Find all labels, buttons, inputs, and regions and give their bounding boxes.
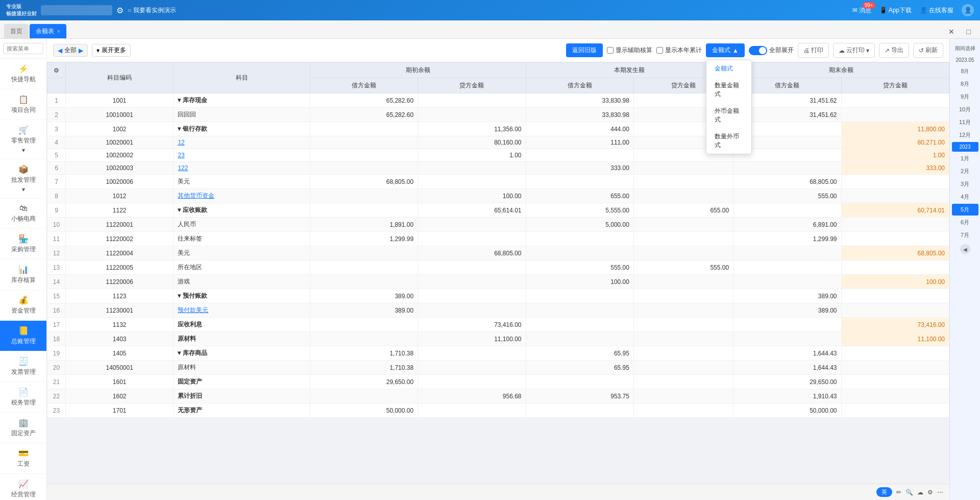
period-jun[interactable]: 6月: [952, 217, 978, 228]
table-row: 1411220006游戏100.00100.00: [47, 275, 949, 289]
bottom-icon-5[interactable]: ⋯: [937, 489, 943, 496]
panel-collapse-button[interactable]: ◀: [960, 244, 970, 254]
period-jan[interactable]: 1月: [952, 153, 978, 164]
row-number: 11: [47, 232, 66, 246]
dropdown-item-foreign-amount[interactable]: 外币金额式: [706, 103, 751, 128]
expand-more-button[interactable]: ▾ 展开更多: [92, 44, 131, 57]
period-jul[interactable]: 7月: [952, 229, 978, 241]
row-subject[interactable]: 23: [174, 149, 310, 162]
sidebar-item-purchase[interactable]: 🏪 采购管理: [0, 229, 46, 259]
row-open-credit: [418, 375, 526, 389]
row-subject[interactable]: 其他货币资金: [174, 189, 310, 203]
online-service-button[interactable]: 👤 在线客服: [920, 6, 953, 15]
filter-arrow-right[interactable]: ▶: [79, 47, 83, 54]
tab-home[interactable]: 首页: [4, 24, 29, 38]
period-may[interactable]: 5月: [952, 204, 978, 216]
sidebar-item-project[interactable]: 📋 项目合同: [0, 89, 46, 120]
row-period-debit: 111.00: [526, 136, 633, 149]
row-subject: 美元: [174, 175, 310, 189]
sidebar-item-inventory[interactable]: 📊 库存核算: [0, 259, 46, 290]
display-mode-button[interactable]: 金额式 ▲: [706, 43, 745, 57]
row-subject[interactable]: 预付款美元: [174, 303, 310, 318]
sidebar-item-payroll[interactable]: 💳 工资: [0, 443, 46, 474]
sidebar-item-ecommerce[interactable]: 🛍 小畅电商: [0, 199, 46, 229]
app-download-button[interactable]: 📱 App下载: [879, 6, 912, 15]
message-button[interactable]: ✉ 消息 99+: [852, 6, 871, 15]
cloud-print-button[interactable]: ☁ 云打印 ▾: [833, 43, 875, 58]
main-layout: ⚡ 快捷导航 📋 项目合同 🛒 零售管理 ▾ 📦 批发管理 ▾ 🛍 小畅电商 🏪…: [0, 39, 980, 500]
demo-link[interactable]: ○我要看实例演示: [128, 6, 176, 15]
dropdown-item-qty-foreign[interactable]: 数量外币式: [706, 128, 751, 154]
period-mar[interactable]: 3月: [952, 178, 978, 190]
sidebar-search-input[interactable]: [3, 43, 43, 54]
row-number: 3: [47, 122, 66, 136]
dropdown-item-amount[interactable]: 金额式: [706, 60, 751, 77]
refresh-icon: ↺: [919, 47, 924, 54]
bottom-icon-2[interactable]: 🔍: [905, 489, 913, 496]
row-open-credit: [418, 260, 526, 275]
row-close-debit: 389.00: [733, 303, 841, 318]
row-open-debit: 65,282.60: [310, 108, 418, 122]
sidebar-item-funds[interactable]: 💰 资金管理: [0, 290, 46, 321]
export-button[interactable]: ↗ 导出: [879, 43, 909, 58]
filter-arrow-left[interactable]: ◀: [58, 47, 62, 54]
settings-icon[interactable]: ⚙: [116, 6, 124, 15]
period-2023-05-2[interactable]: 8月: [952, 66, 978, 77]
period-nov[interactable]: 11月: [952, 116, 978, 128]
sidebar-item-tax[interactable]: 📄 税务管理: [0, 382, 46, 413]
row-subject[interactable]: 122: [174, 162, 310, 175]
dropdown-item-qty-amount[interactable]: 数量金额式: [706, 77, 751, 103]
sidebar-item-invoice[interactable]: 🧾 发票管理: [0, 351, 46, 382]
sidebar-item-operations[interactable]: 📈 经营管理: [0, 474, 46, 500]
bottom-icon-1[interactable]: ✏: [896, 489, 901, 496]
col-settings[interactable]: ⚙: [47, 63, 66, 78]
period-feb[interactable]: 2月: [952, 165, 978, 177]
ytd-checkbox-input[interactable]: [656, 47, 663, 54]
sidebar-item-retail[interactable]: 🛒 零售管理 ▾: [0, 120, 46, 159]
expand-all-switch[interactable]: [749, 46, 767, 55]
period-sep[interactable]: 9月: [952, 91, 978, 103]
sidebar-item-wholesale[interactable]: 📦 批发管理 ▾: [0, 159, 46, 199]
auxiliary-checkbox-input[interactable]: [607, 47, 614, 54]
bottom-icon-4[interactable]: ⚙: [927, 489, 933, 496]
row-code: 11220004: [66, 246, 174, 260]
show-auxiliary-checkbox[interactable]: 显示辅助核算: [607, 46, 652, 55]
row-close-credit: 60,714.01: [841, 203, 949, 218]
language-status[interactable]: 英: [876, 487, 892, 497]
row-open-debit: [310, 162, 418, 175]
sidebar-item-quicknav[interactable]: ⚡ 快捷导航: [0, 59, 46, 89]
row-open-credit: [418, 232, 526, 246]
row-number: 8: [47, 189, 66, 203]
row-number: 12: [47, 246, 66, 260]
row-code: 14050001: [66, 361, 174, 375]
row-close-credit: [841, 232, 949, 246]
row-open-debit: 50,000.00: [310, 403, 418, 418]
row-open-credit: [418, 218, 526, 232]
row-subject[interactable]: 12: [174, 136, 310, 149]
top-search-input[interactable]: [41, 5, 112, 15]
period-aug[interactable]: 8月: [952, 78, 978, 90]
sidebar-item-ledger[interactable]: 📒 总账管理: [0, 321, 46, 351]
bottom-icon-3[interactable]: ☁: [917, 489, 923, 496]
row-subject: 原材料: [174, 361, 310, 375]
refresh-button[interactable]: ↺ 刷新: [913, 43, 943, 58]
user-avatar[interactable]: 👤: [962, 4, 974, 16]
period-apr[interactable]: 4月: [952, 191, 978, 203]
period-2023-05-top[interactable]: 2023.05: [952, 55, 978, 65]
print-button[interactable]: 🖨 打印: [798, 43, 829, 58]
window-maximize-button[interactable]: □: [962, 25, 976, 38]
period-oct[interactable]: 10月: [952, 104, 978, 115]
sidebar-item-assets[interactable]: 🏢 固定资产: [0, 413, 46, 443]
show-ytd-checkbox[interactable]: 显示本年累计: [656, 46, 702, 55]
row-close-credit: 68,805.00: [841, 246, 949, 260]
tab-balance[interactable]: 余额表 ×: [30, 24, 66, 38]
period-dec[interactable]: 12月: [952, 129, 978, 141]
row-open-credit: 1.00: [418, 149, 526, 162]
table-row: 4100200011280,160.00111.0080,271.00: [47, 136, 949, 149]
window-close-button[interactable]: ✕: [943, 25, 960, 38]
return-old-version-button[interactable]: 返回旧版: [566, 43, 603, 57]
row-open-debit: [310, 389, 418, 403]
table-row: 610020003122333.00333.00: [47, 162, 949, 175]
tab-close-button[interactable]: ×: [57, 29, 60, 34]
app-logo: 专业版 畅捷通好业财: [6, 3, 37, 17]
